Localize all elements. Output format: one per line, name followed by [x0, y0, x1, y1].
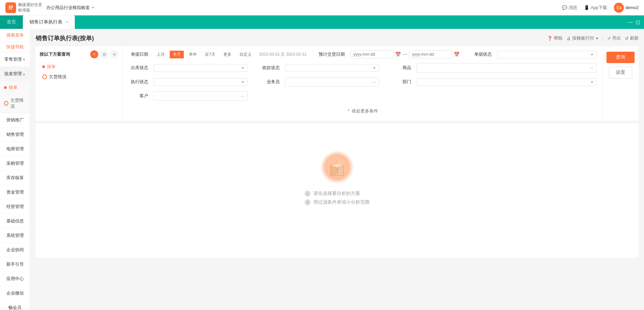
app-selector[interactable]: 办公用品行业模拟账套 ▼	[46, 5, 95, 11]
submenu-item-shortage[interactable]: 欠货情况	[0, 94, 30, 113]
exec-label: 执行状态	[128, 79, 148, 85]
calendar-icon-1[interactable]: 📅	[395, 52, 401, 57]
date-btn-7days[interactable]: 近7天	[202, 51, 218, 58]
content-wrapper: 按以下方案查询 + ⊙ «	[36, 46, 639, 121]
nav-tabs: 首页 销售订单执行表 × — ⊡	[0, 15, 644, 29]
add-scheme-button[interactable]: +	[90, 50, 98, 58]
goods-dots-icon[interactable]: ···	[590, 65, 594, 70]
sidebar-item-wholesale[interactable]: 批发管理 ▲	[0, 67, 30, 81]
empty-tips: 1 请先选择要分析的方案 2 用过滤条件来缩小分析范围	[305, 191, 370, 205]
filter-row-2: 出库状态 ▼ 收款状态 ▼ 商品 ···	[128, 63, 597, 72]
refresh-button[interactable]: ↺ 刷新	[625, 35, 639, 41]
date-btn-more[interactable]: 更多	[220, 51, 234, 58]
sidebar-item-purchase[interactable]: 采购管理	[0, 156, 30, 171]
collapse-button[interactable]: ⌃ 收起更多条件	[128, 105, 597, 117]
sidebar-item-inventory[interactable]: 库存核算	[0, 171, 30, 185]
circle-icon	[4, 101, 8, 106]
date-btn-custom[interactable]: 自定义	[236, 51, 255, 58]
date-buttons-group: 上月 本月 本年 近7天 更多 自定义 2023-03-01 至 2023-03…	[154, 51, 307, 58]
filter-row-1: 单据日期 上月 本月 本年 近7天 更多 自定义 2023-03-01 至 20…	[128, 50, 597, 58]
customer-input[interactable]: ···	[154, 91, 248, 101]
main-content: 搜索菜单 快捷导航 零售管理 ▼ 批发管理 ▲ 按单 欠货情况 营销推广	[0, 29, 644, 310]
avatar: Ea	[614, 3, 624, 13]
sidebar-item-newguide[interactable]: 新手引导	[0, 257, 30, 272]
status-arrow-icon: ▼	[590, 53, 594, 56]
sidebar-quick-nav[interactable]: 快捷导航	[0, 42, 30, 52]
date-btn-this-month[interactable]: 本月	[170, 51, 184, 58]
dept-arrow-icon: ▼	[590, 80, 594, 84]
tip-num-1: 1	[305, 191, 311, 197]
customer-dots-icon[interactable]: ···	[240, 93, 245, 99]
chevron-down-icon: ▼	[595, 37, 599, 40]
exec-select[interactable]: ▼	[154, 78, 248, 86]
filter-panel-actions: + ⊙ «	[90, 50, 118, 58]
tab-sales-order[interactable]: 销售订单执行表 ×	[23, 15, 75, 29]
message-icon: 💬	[562, 5, 567, 10]
chevron-down-icon: ▼	[91, 6, 95, 9]
calendar-icon-2[interactable]: 📅	[454, 52, 460, 57]
action-buttons: 查询 设置	[602, 46, 639, 121]
salesman-dots-icon[interactable]: ···	[372, 79, 376, 85]
sidebar-item-base-info[interactable]: 基础信息	[0, 214, 30, 228]
date-btn-last-month[interactable]: 上月	[154, 51, 168, 58]
tab-home[interactable]: 首页	[0, 15, 23, 29]
scheme-item-shortage[interactable]: 欠货情况	[40, 72, 118, 82]
top-header: 好 畅捷通好生意 标准版 办公用品行业模拟账套 ▼ 💬 消息 📱 App下载 E…	[0, 0, 644, 15]
scheme-item-order[interactable]: 按单	[40, 62, 118, 72]
goods-input[interactable]: ···	[417, 63, 597, 72]
app-download-button[interactable]: 📱 App下载	[584, 5, 607, 11]
active-dot	[4, 86, 7, 89]
salesman-input[interactable]: ···	[285, 77, 379, 87]
minimize-icon[interactable]: —	[628, 19, 633, 25]
dept-select[interactable]: ▼	[417, 78, 597, 86]
svg-point-6	[337, 171, 338, 172]
payment-select[interactable]: ▼	[285, 64, 379, 72]
date-btn-this-year[interactable]: 本年	[186, 51, 200, 58]
sidebar-item-ecommerce[interactable]: 电商管理	[0, 142, 30, 156]
filter-panel-title: 按以下方案查询	[40, 51, 70, 57]
collapse-panel-button[interactable]: «	[110, 50, 118, 58]
warehouse-arrow-icon: ▼	[241, 66, 245, 70]
sidebar-item-sales[interactable]: 销售管理	[0, 127, 30, 142]
download-icon: 📱	[584, 5, 589, 10]
sidebar-item-operations[interactable]: 经营管理	[0, 200, 30, 214]
help-icon: ❓	[547, 36, 552, 41]
expected-date-start[interactable]	[350, 50, 394, 58]
sidebar-item-finance[interactable]: 资金管理	[0, 185, 30, 200]
message-button[interactable]: 💬 消息	[562, 5, 577, 11]
sidebar-item-appcenter[interactable]: 应用中心	[0, 272, 30, 286]
empty-box-svg	[324, 154, 351, 180]
maximize-icon[interactable]: ⊡	[636, 19, 640, 25]
template-print-button[interactable]: 🖨 按模板打印 ▼	[567, 35, 603, 41]
wholesale-submenu: 按单 欠货情况	[0, 81, 30, 113]
warehouse-select[interactable]: ▼	[154, 64, 248, 72]
active-scheme-dot	[42, 65, 45, 68]
dept-label: 部门	[391, 79, 411, 85]
close-tab-icon[interactable]: ×	[66, 20, 68, 24]
sidebar-item-wechat[interactable]: 企业微信	[0, 286, 30, 301]
goods-label: 商品	[391, 65, 411, 71]
sidebar-search[interactable]: 搜索菜单	[0, 29, 30, 42]
user-profile[interactable]: Ea demo2	[614, 3, 639, 13]
export-button[interactable]: ↗ 导出	[607, 35, 621, 41]
sidebar-item-marketing[interactable]: 营销推广	[0, 113, 30, 127]
payment-label: 收款状态	[260, 65, 280, 71]
sidebar-item-member[interactable]: 畅会员	[0, 301, 30, 310]
help-button[interactable]: ❓ 帮助	[547, 35, 562, 41]
settings-button[interactable]: 设置	[609, 66, 632, 79]
settings-scheme-button[interactable]: ⊙	[100, 50, 108, 58]
status-select[interactable]: ▼	[497, 51, 597, 58]
sidebar-item-retail[interactable]: 零售管理 ▼	[0, 52, 30, 67]
payment-arrow-icon: ▼	[373, 66, 376, 70]
sidebar-item-collab[interactable]: 企业协同	[0, 243, 30, 257]
sidebar-item-system[interactable]: 系统管理	[0, 228, 30, 243]
expected-date-end[interactable]	[409, 50, 452, 58]
chevron-up-icon: ▲	[22, 72, 26, 76]
logo-icon: 好	[5, 2, 16, 13]
data-area: 1 请先选择要分析的方案 2 用过滤条件来缩小分析范围	[36, 123, 639, 258]
filter-right: 单据日期 上月 本月 本年 近7天 更多 自定义 2023-03-01 至 20…	[123, 46, 602, 121]
date-separator: —	[402, 51, 408, 57]
header-right: 💬 消息 📱 App下载 Ea demo2	[562, 3, 639, 13]
query-button[interactable]: 查询	[606, 52, 635, 63]
submenu-item-order[interactable]: 按单	[0, 81, 30, 94]
